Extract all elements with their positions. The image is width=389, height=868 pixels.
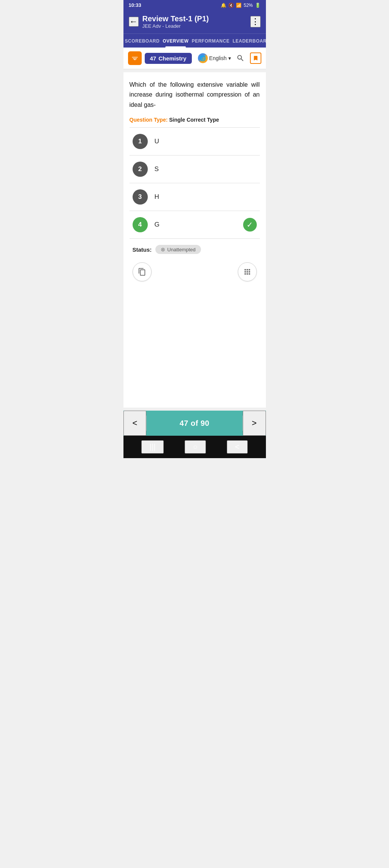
option-circle-3: 3 xyxy=(133,189,148,205)
globe-icon: 🌐 xyxy=(198,53,208,63)
system-nav: ||| ○ < xyxy=(123,436,266,458)
page-title: Review Test-1 (P1) xyxy=(142,14,247,23)
option-circle-4: 4 xyxy=(133,217,148,232)
battery-text: 52% xyxy=(244,3,253,8)
back-button[interactable]: ← xyxy=(129,17,139,27)
question-number: 47 xyxy=(150,55,157,62)
tab-bar: SCOREBOARD OVERVIEW PERFORMANCE LEADERBO… xyxy=(123,33,266,48)
language-label: English xyxy=(209,55,227,61)
copy-icon xyxy=(138,268,146,276)
option-text-2: S xyxy=(155,165,257,173)
prev-question-button[interactable]: < xyxy=(123,411,147,436)
question-card: Which of the following extensive variabl… xyxy=(123,72,266,408)
battery-icon: 🔋 xyxy=(255,3,261,8)
correct-answer-icon: ✓ xyxy=(243,218,257,232)
action-row xyxy=(130,259,260,287)
tab-scoreboard[interactable]: SCOREBOARD xyxy=(123,34,161,48)
system-back-button[interactable]: < xyxy=(227,440,248,454)
option-row-3[interactable]: 3 H xyxy=(130,183,260,211)
unattempted-icon: ⊗ xyxy=(161,246,165,252)
question-type-label: Question Type: xyxy=(130,117,168,123)
next-question-button[interactable]: > xyxy=(243,411,266,436)
option-text-3: H xyxy=(155,193,257,201)
language-button[interactable]: 🌐 English ▾ xyxy=(198,53,231,63)
status-bar: 10:33 🔔 🔇 📶 52% 🔋 xyxy=(123,0,266,10)
filter-button[interactable] xyxy=(128,51,142,65)
bottom-nav: < 47 of 90 > xyxy=(123,411,266,436)
option-row-2[interactable]: 2 S xyxy=(130,156,260,183)
page-subtitle: JEE Adv - Leader xyxy=(142,23,247,29)
bookmark-icon xyxy=(253,55,259,62)
home-button[interactable]: ○ xyxy=(185,440,206,454)
app-header: ← Review Test-1 (P1) JEE Adv - Leader ⋮ xyxy=(123,10,266,33)
tab-leaderboard[interactable]: LEADERBOARD xyxy=(231,34,266,48)
alarm-icon: 🔔 xyxy=(221,3,226,8)
option-text-1: U xyxy=(155,138,257,145)
status-label: Status: xyxy=(133,246,152,253)
grid-button[interactable] xyxy=(238,262,257,281)
filter-left: 47 Chemistry xyxy=(128,51,192,65)
mute-icon: 🔇 xyxy=(228,3,234,8)
more-options-button[interactable]: ⋮ xyxy=(250,16,261,27)
question-text: Which of the following extensive variabl… xyxy=(130,80,260,110)
subject-badge: 47 Chemistry xyxy=(145,53,192,64)
bookmark-button[interactable] xyxy=(250,52,261,64)
option-text-4: G xyxy=(155,221,243,229)
status-value: Unattempted xyxy=(167,247,195,252)
option-row-4[interactable]: 4 G ✓ xyxy=(130,211,260,239)
option-circle-1: 1 xyxy=(133,134,148,149)
chevron-down-icon: ▾ xyxy=(228,55,231,61)
wifi-icon: 📶 xyxy=(236,3,242,8)
grid-icon xyxy=(243,268,251,276)
filter-bar: 47 Chemistry 🌐 English ▾ xyxy=(123,48,266,69)
question-counter: 47 of 90 xyxy=(147,419,242,428)
status-time: 10:33 xyxy=(129,2,141,8)
tab-performance[interactable]: PERFORMANCE xyxy=(190,34,231,48)
search-button[interactable] xyxy=(235,52,246,64)
status-badge: ⊗ Unattempted xyxy=(155,245,201,254)
status-row: Status: ⊗ Unattempted xyxy=(130,239,260,259)
recent-apps-button[interactable]: ||| xyxy=(141,440,164,454)
question-type-row: Question Type: Single Correct Type xyxy=(130,117,260,123)
filter-right: 🌐 English ▾ xyxy=(198,52,261,64)
question-type-value: Single Correct Type xyxy=(169,117,219,123)
option-circle-2: 2 xyxy=(133,162,148,177)
filter-icon xyxy=(131,54,139,62)
header-title-block: Review Test-1 (P1) JEE Adv - Leader xyxy=(142,14,247,29)
option-row-1[interactable]: 1 U xyxy=(130,128,260,156)
search-icon xyxy=(236,54,245,62)
content-spacer xyxy=(130,287,260,401)
subject-name: Chemistry xyxy=(158,55,186,62)
tab-overview[interactable]: OVERVIEW xyxy=(161,34,190,48)
status-icons: 🔔 🔇 📶 52% 🔋 xyxy=(221,3,260,8)
copy-button[interactable] xyxy=(133,262,152,281)
